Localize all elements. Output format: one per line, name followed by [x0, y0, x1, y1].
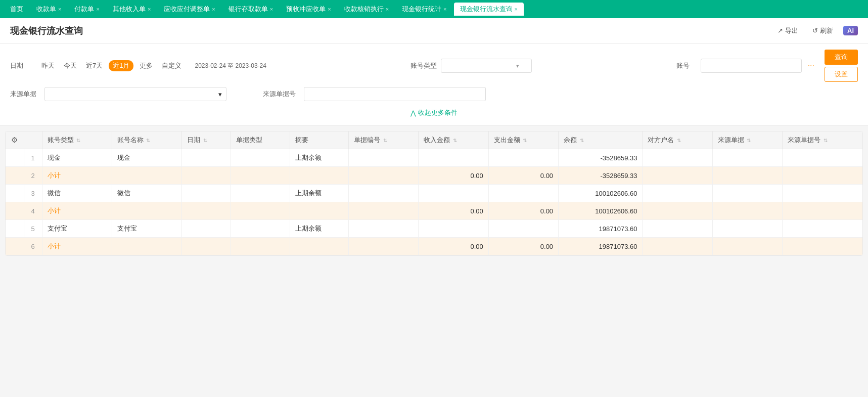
nav-tab-现金银行统计[interactable]: 现金银行统计 × [396, 3, 452, 16]
cell-account_name: 微信 [112, 185, 181, 202]
col-header-account_name[interactable]: 账号名称 ⇅ [112, 131, 181, 149]
col-header-account_type[interactable]: 账号类型 ⇅ [42, 131, 112, 149]
source-doc-no-input[interactable] [304, 87, 486, 101]
date-option-近1月[interactable]: 近1月 [109, 60, 133, 71]
cell-settings [6, 167, 24, 185]
cell-source_doc_no [783, 185, 862, 202]
cell-balance: 19871073.60 [559, 238, 643, 255]
cell-summary [290, 238, 349, 255]
tab-close-icon[interactable]: × [328, 6, 331, 12]
cell-expense [488, 185, 558, 202]
sort-icon: ⇅ [677, 138, 681, 143]
cell-balance: 100102606.60 [559, 202, 643, 220]
cell-summary: 上期余额 [290, 149, 349, 167]
cell-date [182, 185, 231, 202]
cell-source_doc [712, 220, 782, 238]
nav-tab-其他收入单[interactable]: 其他收入单 × [107, 3, 157, 16]
cell-counterparty [643, 220, 712, 238]
tab-close-icon[interactable]: × [515, 6, 518, 12]
source-doc-no-label: 来源单据号 [263, 90, 296, 99]
refresh-icon: ↺ [812, 27, 818, 34]
cell-summary: 上期余额 [290, 220, 349, 238]
cell-idx: 6 [24, 238, 42, 255]
tab-close-icon[interactable]: × [148, 6, 151, 12]
col-header-settings: ⚙ [6, 131, 24, 149]
cell-counterparty [643, 238, 712, 255]
cell-doc_type [231, 185, 290, 202]
account-type-select[interactable]: ▾ [441, 59, 532, 73]
cell-date [182, 149, 231, 167]
date-option-今天[interactable]: 今天 [61, 60, 80, 71]
cell-settings [6, 220, 24, 238]
tab-close-icon[interactable]: × [212, 6, 215, 12]
cell-account_name: 支付宝 [112, 220, 181, 238]
cell-counterparty [643, 149, 712, 167]
query-button[interactable]: 查询 [825, 50, 858, 65]
nav-tab-银行存取款单[interactable]: 银行存取款单 × [222, 3, 279, 16]
date-range: 2023-02-24 至 2023-03-24 [195, 62, 266, 70]
cell-date [182, 167, 231, 185]
sort-icon: ⇅ [76, 138, 80, 143]
date-option-更多[interactable]: 更多 [136, 60, 156, 71]
data-table: ⚙账号类型 ⇅账号名称 ⇅日期 ⇅单据类型摘要单据编号 ⇅收入金额 ⇅支出金额 … [6, 131, 862, 255]
source-doc-select[interactable]: ▾ [44, 87, 226, 101]
tab-close-icon[interactable]: × [96, 6, 99, 12]
col-header-balance[interactable]: 余额 ⇅ [559, 131, 643, 149]
nav-tab-应收应付调整单[interactable]: 应收应付调整单 × [158, 3, 221, 16]
account-input[interactable] [701, 59, 802, 73]
cell-counterparty [643, 202, 712, 220]
nav-tab-收款单[interactable]: 收款单 × [30, 3, 67, 16]
ai-button[interactable]: Ai [843, 26, 858, 35]
cell-source_doc_no [783, 149, 862, 167]
cell-balance: 100102606.60 [559, 185, 643, 202]
top-navigation: 首页 收款单 ×付款单 ×其他收入单 ×应收应付调整单 ×银行存取款单 ×预收冲… [0, 0, 868, 18]
cell-account_type: 支付宝 [42, 220, 112, 238]
cell-settings [6, 238, 24, 255]
nav-tab-收款核销执行[interactable]: 收款核销执行 × [338, 3, 395, 16]
cell-date [182, 220, 231, 238]
cell-source_doc [712, 238, 782, 255]
account-dots-button[interactable]: ··· [806, 59, 816, 72]
settings-button[interactable]: 设置 [825, 67, 858, 82]
tab-close-icon[interactable]: × [386, 6, 389, 12]
col-header-date[interactable]: 日期 ⇅ [182, 131, 231, 149]
cell-account_name [112, 202, 181, 220]
tab-close-icon[interactable]: × [58, 6, 61, 12]
table-settings-icon[interactable]: ⚙ [11, 136, 18, 144]
tab-close-icon[interactable]: × [443, 6, 446, 12]
table-row: 4小计0.000.00100102606.60 [6, 202, 862, 220]
account-type-label: 账号类型 [410, 61, 437, 70]
col-header-source_doc_no[interactable]: 来源单据号 ⇅ [783, 131, 862, 149]
nav-home[interactable]: 首页 [4, 3, 29, 16]
col-header-income[interactable]: 收入金额 ⇅ [419, 131, 488, 149]
cell-account_name: 现金 [112, 149, 181, 167]
cell-settings [6, 202, 24, 220]
date-option-昨天[interactable]: 昨天 [38, 60, 58, 71]
chevron-down-icon: ▾ [516, 63, 519, 69]
account-filter: 账号 ··· [676, 59, 816, 73]
sort-icon: ⇅ [824, 138, 828, 143]
nav-tab-现金银行流水查询[interactable]: 现金银行流水查询 × [454, 3, 524, 16]
col-header-expense[interactable]: 支出金额 ⇅ [488, 131, 558, 149]
col-header-counterparty[interactable]: 对方户名 ⇅ [643, 131, 712, 149]
refresh-button[interactable]: ↺ 刷新 [808, 24, 837, 37]
nav-tab-付款单[interactable]: 付款单 × [68, 3, 105, 16]
sort-icon: ⇅ [383, 138, 387, 143]
cell-doc_type [231, 202, 290, 220]
cell-source_doc [712, 202, 782, 220]
cell-doc_no [349, 238, 419, 255]
sort-icon: ⇅ [203, 138, 207, 143]
sort-icon: ⇅ [453, 138, 457, 143]
date-option-自定义[interactable]: 自定义 [159, 60, 185, 71]
date-option-近7天[interactable]: 近7天 [83, 60, 106, 71]
col-header-doc_no[interactable]: 单据编号 ⇅ [349, 131, 419, 149]
collapse-bar[interactable]: ⋀ 收起更多条件 [10, 106, 858, 119]
header-actions: ↗ 导出 ↺ 刷新 Ai [773, 24, 858, 37]
export-button[interactable]: ↗ 导出 [773, 24, 802, 37]
col-header-idx [24, 131, 42, 149]
tab-close-icon[interactable]: × [270, 6, 273, 12]
nav-tab-预收冲应收单[interactable]: 预收冲应收单 × [280, 3, 337, 16]
cell-source_doc_no [783, 202, 862, 220]
col-header-source_doc[interactable]: 来源单据 ⇅ [712, 131, 782, 149]
cell-idx: 2 [24, 167, 42, 185]
